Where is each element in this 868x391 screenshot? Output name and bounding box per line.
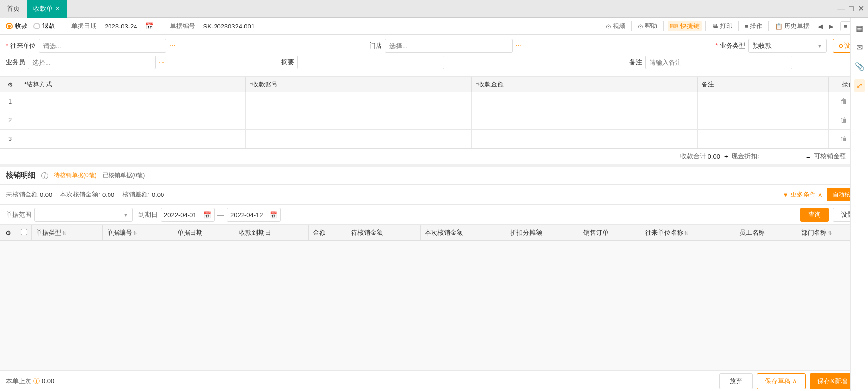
amount-1[interactable]: [471, 92, 697, 111]
remark-input[interactable]: [645, 56, 792, 69]
discount-input[interactable]: [763, 152, 802, 160]
range-select[interactable]: ▼: [34, 208, 133, 222]
view-list[interactable]: ≡: [841, 22, 850, 31]
save-draft-button[interactable]: 保存草稿 ∧: [757, 373, 806, 389]
settlement-1[interactable]: [20, 92, 246, 111]
business-type-chevron: ▼: [817, 43, 822, 49]
sidebar-table-icon[interactable]: ▦: [854, 22, 865, 35]
nav-arrows: ◀ ▶: [815, 21, 836, 31]
last-order-value: 0.00: [42, 377, 54, 385]
salesperson-field: 业务员 ···: [6, 56, 165, 69]
table-row: 3 🗑 ⧉: [0, 130, 868, 148]
dt-number-header: 单据编号⇅: [103, 225, 173, 241]
nav-prev[interactable]: ◀: [815, 21, 825, 31]
sidebar-email-icon[interactable]: ✉: [854, 41, 865, 54]
tab-receipt-close[interactable]: ✕: [55, 5, 60, 12]
pending-tab[interactable]: 待核销单据(0笔): [54, 171, 97, 180]
current-stat: 本次核销金额: 0.00: [60, 190, 114, 199]
counterpart-more-btn[interactable]: ···: [169, 41, 176, 50]
sidebar-attachment-icon[interactable]: 📎: [853, 60, 867, 73]
abstract-input[interactable]: [297, 56, 444, 69]
verify-section: 核销明细 i 待核销单据(0笔) 已核销单据(0笔) 未核销金额 0.00 本次…: [0, 164, 868, 370]
tab-home[interactable]: 首页: [0, 0, 27, 18]
amount-2[interactable]: [471, 111, 697, 130]
date-calendar-icon[interactable]: 📅: [145, 22, 154, 30]
remark-3[interactable]: [697, 130, 828, 148]
filter-row: 单据范围 ▼ 到期日 2022-04-01 📅 — 2022-04-12 📅: [0, 205, 868, 225]
remark-label: 备注: [629, 58, 642, 67]
nav-next[interactable]: ▶: [826, 21, 836, 31]
tab-home-label: 首页: [7, 4, 20, 13]
delete-row-2[interactable]: 🗑: [841, 116, 847, 124]
shortcut-button[interactable]: ⌨ 快捷键: [668, 21, 702, 31]
print-button[interactable]: 🖶 打印: [710, 21, 734, 31]
history-button[interactable]: 📋 历史单据: [773, 21, 812, 31]
dt-settings-col[interactable]: ⚙: [0, 225, 16, 241]
type-sort-icon[interactable]: ⇅: [62, 230, 66, 236]
store-field: 门店 ···: [369, 39, 522, 53]
account-3[interactable]: [245, 130, 471, 148]
settlement-2[interactable]: [20, 111, 246, 130]
receipt-table-element: ⚙ *结算方式 *收款账号 *收款金额 备注 操作 1 🗑: [0, 77, 868, 148]
delete-row-3[interactable]: 🗑: [841, 135, 847, 142]
completed-tab[interactable]: 已核销单据(0笔): [103, 171, 145, 180]
delete-row-1[interactable]: 🗑: [841, 97, 847, 105]
settlement-header: *结算方式: [20, 77, 246, 92]
dt-order-header: 销售订单: [579, 225, 641, 241]
row-num-2: 2: [0, 111, 20, 130]
dt-due-header: 收款到期日: [235, 225, 309, 241]
date-range-separator: —: [217, 211, 224, 219]
account-1[interactable]: [245, 92, 471, 111]
print-icon: 🖶: [712, 23, 718, 30]
minimize-button[interactable]: —: [837, 4, 845, 13]
select-all-checkbox[interactable]: [21, 229, 27, 235]
verify-info-icon[interactable]: i: [41, 172, 48, 179]
settlement-3[interactable]: [20, 130, 246, 148]
date-from-calendar-icon[interactable]: 📅: [203, 211, 211, 219]
number-sort-icon[interactable]: ⇅: [133, 230, 137, 236]
receipt-radio[interactable]: 收款: [6, 22, 27, 30]
dt-amount-header: 金额: [308, 225, 347, 241]
company-sort-icon[interactable]: ⇅: [684, 230, 688, 236]
counterpart-field: 往来单位 ···: [6, 39, 176, 53]
sidebar-expand-icon[interactable]: ⤢: [854, 79, 865, 92]
discard-button[interactable]: 放弃: [719, 373, 753, 389]
tb-div3: [705, 21, 706, 31]
business-type-field: 业务类型 预收款 ▼: [715, 39, 827, 53]
store-more-btn[interactable]: ···: [515, 41, 522, 50]
toolbar-right: ⊙ 视频 ⊙ 帮助 ⌨ 快捷键 🖶 打印 ≡ 操作: [604, 21, 862, 31]
row-num-1: 1: [0, 92, 20, 111]
form-row-1: 往来单位 ··· 门店 ··· 业务类型 预收款 ▼ ⚙ 设置: [6, 39, 862, 53]
dept-sort-icon[interactable]: ⇅: [828, 230, 832, 236]
table-settings-header[interactable]: ⚙: [0, 77, 20, 92]
operations-button[interactable]: ≡ 操作: [743, 21, 765, 31]
query-button[interactable]: 查询: [800, 208, 829, 222]
remark-2[interactable]: [697, 111, 828, 130]
close-button[interactable]: ✕: [858, 4, 864, 13]
video-label: 视频: [613, 22, 625, 30]
video-button[interactable]: ⊙ 视频: [604, 21, 627, 31]
date-from-input[interactable]: 2022-04-01 📅: [161, 208, 215, 222]
info-icon-footer[interactable]: ⓘ: [33, 377, 40, 386]
toolbar-divider-1: [63, 21, 63, 31]
date-to-input[interactable]: 2022-04-12 📅: [227, 208, 281, 222]
refund-radio[interactable]: 退款: [33, 22, 55, 30]
salesperson-more-btn[interactable]: ···: [159, 58, 165, 67]
right-sidebar: ▦ ✉ 📎 ⤢: [850, 18, 868, 391]
unchecked-label: 未核销金额: [6, 190, 38, 199]
amount-3[interactable]: [471, 130, 697, 148]
date-to-calendar-icon[interactable]: 📅: [270, 211, 277, 219]
help-button[interactable]: ⊙ 帮助: [636, 21, 659, 31]
business-type-select[interactable]: 预收款 ▼: [748, 39, 827, 53]
verify-header: 核销明细 i 待核销单据(0笔) 已核销单据(0笔): [0, 167, 868, 185]
maximize-button[interactable]: □: [849, 4, 854, 13]
tab-receipt[interactable]: 收款单 ✕: [27, 0, 67, 18]
counterpart-input[interactable]: [39, 39, 166, 53]
remark-1[interactable]: [697, 92, 828, 111]
due-date-label: 到期日: [138, 210, 158, 219]
store-input[interactable]: [385, 39, 513, 53]
salesperson-input[interactable]: [28, 56, 156, 69]
account-2[interactable]: [245, 111, 471, 130]
more-conditions-btn[interactable]: ▼ 更多条件 ∧: [782, 190, 823, 199]
gear-icon[interactable]: ⚙: [7, 81, 13, 88]
